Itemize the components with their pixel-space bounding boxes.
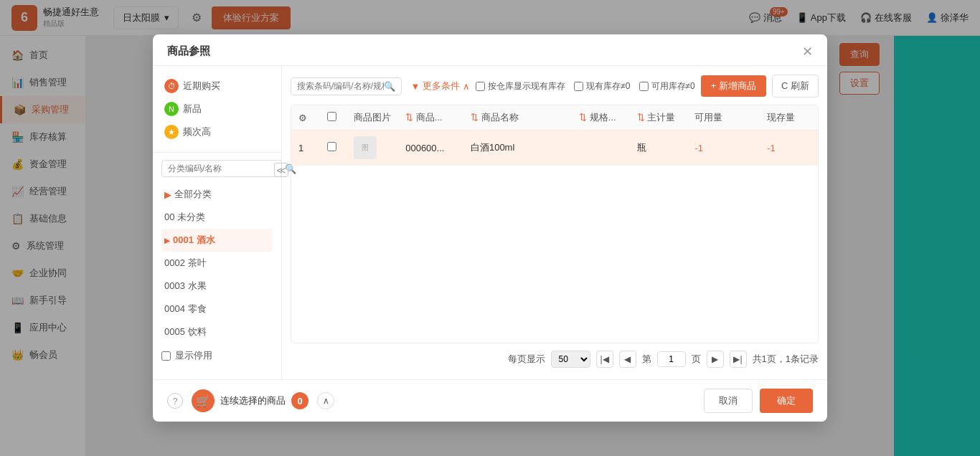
- quick-link-new[interactable]: N 新品: [161, 98, 273, 120]
- more-filter-button[interactable]: ▼ 更多条件 ∧: [410, 80, 470, 92]
- th-name[interactable]: ⇅ 商品名称: [463, 105, 572, 130]
- th-checkbox[interactable]: [320, 105, 346, 130]
- th-available: 可用量: [687, 105, 760, 130]
- row-available: -1: [687, 130, 760, 166]
- more-filter-label: 更多条件: [423, 80, 460, 92]
- close-button[interactable]: ✕: [802, 45, 813, 58]
- row-index: 1: [291, 130, 320, 166]
- nonzero-available-label: 可用库存≠0: [651, 80, 695, 92]
- sort-icon-spec: ⇅: [579, 112, 587, 123]
- category-0004-label: 0004 零食: [164, 303, 207, 315]
- cart-icon[interactable]: 🛒: [192, 389, 215, 412]
- category-0002[interactable]: 0002 茶叶: [161, 252, 273, 275]
- product-search-wrap: 🔍: [291, 77, 402, 95]
- table-row[interactable]: 1 图 000600... 白酒100ml 瓶 -1 -1: [291, 130, 818, 166]
- search-icon[interactable]: 🔍: [384, 81, 395, 92]
- freq-label: 频次高: [183, 125, 211, 138]
- cancel-button[interactable]: 取消: [704, 389, 753, 413]
- nonzero-stock-label: 现有库存≠0: [586, 80, 630, 92]
- category-search: 🔍: [153, 160, 281, 177]
- row-spec: [572, 130, 630, 166]
- nonzero-stock-filter[interactable]: 现有库存≠0: [574, 80, 630, 92]
- nonzero-stock-checkbox[interactable]: [574, 82, 583, 91]
- cart-count: 0: [291, 392, 308, 409]
- new-label: 新品: [183, 103, 202, 115]
- cart-area: 🛒 连续选择的商品 0: [192, 389, 308, 412]
- quick-links: ⏱ 近期购买 N 新品 ★ 频次高: [153, 75, 281, 143]
- page-label: 第: [642, 353, 651, 366]
- warehouse-stock-checkbox[interactable]: [476, 82, 485, 91]
- th-code[interactable]: ⇅ 商品...: [398, 105, 463, 130]
- category-search-input[interactable]: [161, 160, 282, 177]
- collapse-panel-button[interactable]: ≪: [274, 163, 288, 177]
- confirm-button[interactable]: 确定: [760, 389, 813, 413]
- row-name: 白酒100ml: [463, 130, 572, 166]
- filter-icon: ▼: [410, 81, 420, 92]
- page-size-select[interactable]: 50 100: [551, 351, 590, 368]
- row-checkbox-cell[interactable]: [320, 130, 346, 166]
- category-0003-label: 0003 水果: [164, 280, 207, 293]
- category-all[interactable]: ▶ 全部分类: [161, 183, 273, 206]
- page-label2: 页: [692, 353, 701, 366]
- chevron-up-icon: ∧: [463, 81, 470, 92]
- row-image: 图: [347, 130, 399, 166]
- category-0005[interactable]: 0005 饮料: [161, 320, 273, 341]
- row-stock: -1: [760, 130, 818, 166]
- add-product-button[interactable]: + 新增商品: [701, 75, 766, 97]
- category-0001[interactable]: ▶ 0001 酒水: [161, 229, 273, 252]
- row-unit: 瓶: [630, 130, 688, 166]
- th-settings[interactable]: ⚙: [291, 105, 320, 130]
- warehouse-stock-label: 按仓库显示现有库存: [488, 80, 565, 92]
- product-image-placeholder: 图: [354, 136, 377, 159]
- help-button[interactable]: ?: [167, 393, 183, 409]
- expand-icon: ▶: [164, 189, 171, 200]
- first-page-button[interactable]: |◀: [596, 351, 613, 368]
- recent-label: 近期购买: [183, 80, 220, 92]
- stock-value: -1: [767, 143, 776, 153]
- modal-title: 商品参照: [167, 44, 210, 58]
- table-header: ⚙ 商品图片 ⇅ 商品... ⇅ 商品名称 ⇅ 规格... ⇅ 主计量 可用量 …: [291, 105, 818, 130]
- freq-icon: ★: [164, 125, 179, 139]
- row-checkbox[interactable]: [327, 142, 336, 151]
- new-icon: N: [164, 102, 179, 116]
- category-0004[interactable]: 0004 零食: [161, 298, 273, 320]
- th-spec[interactable]: ⇅ 规格...: [572, 105, 630, 130]
- show-disabled-checkbox[interactable]: [161, 351, 171, 361]
- category-unclassified[interactable]: 00 未分类: [161, 206, 273, 229]
- footer-buttons: 取消 确定: [704, 389, 813, 413]
- category-0001-label: 0001 酒水: [173, 234, 215, 247]
- warehouse-stock-filter[interactable]: 按仓库显示现有库存: [476, 80, 565, 92]
- modal-left-panel: ⏱ 近期购买 N 新品 ★ 频次高 ≪: [153, 66, 282, 379]
- recent-icon: ⏱: [164, 79, 179, 93]
- modal-overlay: 商品参照 ✕ ⏱ 近期购买 N 新品 ★ 频次高: [0, 0, 980, 456]
- quick-link-frequent[interactable]: ★ 频次高: [161, 120, 273, 143]
- refresh-button[interactable]: C 刷新: [772, 75, 819, 98]
- show-disabled-label: 显示停用: [175, 349, 212, 362]
- quick-link-recent[interactable]: ⏱ 近期购买: [161, 75, 273, 98]
- nonzero-available-checkbox[interactable]: [639, 82, 649, 91]
- show-disabled-area: 显示停用: [153, 341, 281, 371]
- modal-right-panel: 🔍 ▼ 更多条件 ∧ 按仓库显示现有库存 现: [282, 66, 827, 379]
- collapse-footer-button[interactable]: ∧: [317, 392, 334, 409]
- category-unclassified-label: 00 未分类: [164, 211, 205, 224]
- page-size-label: 每页显示: [508, 353, 545, 366]
- category-0005-label: 0005 饮料: [164, 326, 207, 338]
- th-unit[interactable]: ⇅ 主计量: [630, 105, 688, 130]
- select-all-checkbox[interactable]: [327, 112, 336, 121]
- row-code: 000600...: [398, 130, 463, 166]
- filter-checkboxes: 按仓库显示现有库存 现有库存≠0 可用库存≠0: [476, 80, 695, 92]
- category-0002-label: 0002 茶叶: [164, 257, 207, 270]
- nonzero-available-filter[interactable]: 可用库存≠0: [639, 80, 695, 92]
- product-search-input[interactable]: [297, 81, 384, 91]
- next-page-button[interactable]: ▶: [707, 351, 724, 368]
- prev-page-button[interactable]: ◀: [619, 351, 636, 368]
- available-value: -1: [694, 143, 703, 153]
- category-all-label: 全部分类: [174, 188, 212, 201]
- modal-body: ⏱ 近期购买 N 新品 ★ 频次高 ≪: [153, 66, 827, 379]
- last-page-button[interactable]: ▶|: [730, 351, 747, 368]
- sort-icon: ⇅: [405, 112, 413, 123]
- page-input[interactable]: [657, 351, 686, 367]
- category-0003[interactable]: 0003 水果: [161, 275, 273, 298]
- total-info: 共1页，1条记录: [753, 353, 819, 366]
- modal-toolbar: 🔍 ▼ 更多条件 ∧ 按仓库显示现有库存 现: [291, 75, 819, 98]
